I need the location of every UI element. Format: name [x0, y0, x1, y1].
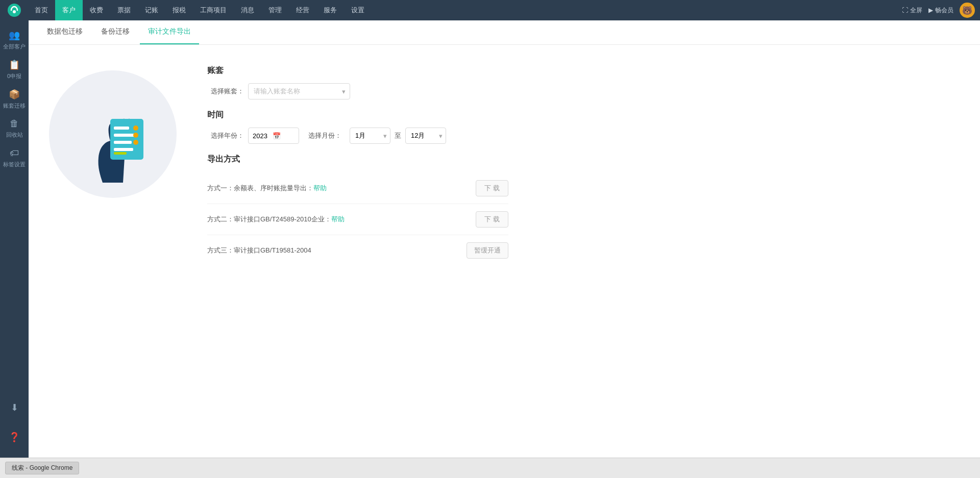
membership-icon: ▶ [928, 7, 933, 14]
method-3-open-button[interactable]: 暂缓开通 [467, 242, 508, 259]
account-section: 账套 选择账套： 请输入账套名称 ▾ [207, 65, 508, 99]
sidebar-item-recycle-label: 回收站 [6, 131, 23, 139]
nav-ticket[interactable]: 票据 [110, 0, 138, 20]
export-method-1: 方式一：余额表、序时账批量导出：帮助 下 载 [207, 173, 508, 204]
sidebar-item-account-migration-label: 账套迁移 [3, 102, 26, 110]
month-end-select[interactable]: 12月 ▾ [405, 128, 446, 144]
nav-customer[interactable]: 客户 [55, 0, 83, 20]
sidebar-item-zero-report-label: 0申报 [7, 72, 21, 80]
method-2-help-link[interactable]: 帮助 [331, 215, 345, 223]
account-select-row: 选择账套： 请输入账套名称 ▾ [207, 83, 508, 99]
account-select-label: 选择账套： [207, 87, 244, 96]
account-section-title: 账套 [207, 65, 508, 76]
method-2-text: 方式二：审计接口GB/T24589-2010企业：帮助 [207, 215, 345, 224]
sidebar-item-all-customers[interactable]: 👥 全部客户 [0, 26, 29, 54]
nav-message[interactable]: 消息 [234, 0, 261, 20]
sidebar-item-tag-settings[interactable]: 🏷 标签设置 [0, 144, 29, 172]
svg-rect-4 [114, 134, 134, 137]
membership-btn[interactable]: ▶ 畅会员 [928, 6, 953, 15]
nav-tax[interactable]: 报税 [165, 0, 193, 20]
svg-point-7 [133, 125, 138, 131]
export-method-3: 方式三：审计接口GB/T19581-2004 暂缓开通 [207, 235, 508, 266]
time-section-title: 时间 [207, 110, 508, 120]
time-section: 时间 选择年份： 2023 📅 选择月份： 1月 [207, 110, 508, 144]
logo[interactable] [5, 1, 23, 19]
method-1-text: 方式一：余额表、序时账批量导出：帮助 [207, 184, 327, 193]
export-method-2: 方式二：审计接口GB/T24589-2010企业：帮助 下 载 [207, 204, 508, 235]
method-1-prefix: 方式一：余额表、序时账批量导出： [207, 184, 313, 192]
month-select-label: 选择月份： [308, 131, 341, 140]
account-select-placeholder: 请输入账套名称 [254, 87, 300, 96]
nav-fee[interactable]: 收费 [83, 0, 110, 20]
svg-point-1 [13, 10, 16, 13]
svg-point-9 [133, 140, 138, 145]
all-customers-icon: 👥 [9, 30, 20, 41]
month-start-select[interactable]: 1月 ▾ [350, 128, 390, 144]
membership-label: 畅会员 [935, 6, 953, 15]
svg-rect-3 [114, 127, 129, 130]
download-icon: ⬇ [11, 402, 18, 413]
sidebar-item-download[interactable]: ⬇ [0, 393, 29, 422]
nav-items: 首页 客户 收费 票据 记账 报税 工商项目 消息 管理 经营 服务 设置 [28, 0, 902, 20]
taskbar-chrome-item[interactable]: 线索 - Google Chrome [5, 462, 79, 474]
nav-service[interactable]: 服务 [316, 0, 344, 20]
tabs-bar: 数据包迁移 备份迁移 审计文件导出 [29, 20, 980, 45]
method-1-download-button[interactable]: 下 载 [476, 180, 508, 196]
content-inner: 账套 选择账套： 请输入账套名称 ▾ 时间 选择年 [49, 60, 508, 266]
svg-rect-6 [114, 148, 133, 151]
month-start-value: 1月 [355, 131, 365, 140]
export-section-title: 导出方式 [207, 154, 508, 165]
taskbar: 线索 - Google Chrome [0, 458, 980, 478]
fullscreen-btn[interactable]: ⛶ 全屏 [902, 6, 922, 15]
svg-rect-10 [114, 152, 127, 155]
nav-operation[interactable]: 经营 [289, 0, 316, 20]
fullscreen-label: 全屏 [910, 6, 922, 15]
top-nav: 首页 客户 收费 票据 记账 报税 工商项目 消息 管理 经营 服务 设置 ⛶ … [0, 0, 980, 20]
year-label: 选择年份： [207, 131, 244, 140]
tab-data-migration[interactable]: 数据包迁移 [39, 20, 91, 44]
method-1-help-link[interactable]: 帮助 [313, 184, 327, 192]
nav-business[interactable]: 工商项目 [193, 0, 234, 20]
sidebar-item-account-migration[interactable]: 📦 账套迁移 [0, 85, 29, 113]
main-layout: 👥 全部客户 📋 0申报 📦 账套迁移 🗑 回收站 🏷 标签设置 ⬇ ❓ [0, 20, 980, 458]
nav-settings[interactable]: 设置 [344, 0, 372, 20]
svg-point-8 [133, 133, 138, 138]
nav-home[interactable]: 首页 [28, 0, 55, 20]
calendar-icon: 📅 [273, 132, 281, 140]
time-controls: 2023 📅 选择月份： 1月 ▾ 至 12月 [248, 128, 446, 144]
month-end-value: 12月 [411, 131, 425, 140]
page-content: 账套 选择账套： 请输入账套名称 ▾ 时间 选择年 [29, 45, 980, 458]
method-3-text: 方式三：审计接口GB/T19581-2004 [207, 246, 311, 255]
method-2-download-button[interactable]: 下 载 [476, 211, 508, 228]
tab-audit-export[interactable]: 审计文件导出 [140, 20, 199, 44]
month-start-arrow-icon: ▾ [383, 132, 387, 140]
zero-report-icon: 📋 [9, 59, 20, 70]
nav-bookkeeping[interactable]: 记账 [138, 0, 165, 20]
account-select-arrow-icon: ▾ [342, 88, 346, 95]
content-area: 数据包迁移 备份迁移 审计文件导出 [29, 20, 980, 458]
year-input[interactable]: 2023 📅 [248, 128, 299, 144]
sidebar-item-zero-report[interactable]: 📋 0申报 [0, 55, 29, 84]
year-value: 2023 [253, 132, 267, 140]
account-select[interactable]: 请输入账套名称 ▾ [248, 83, 350, 99]
sidebar: 👥 全部客户 📋 0申报 📦 账套迁移 🗑 回收站 🏷 标签设置 ⬇ ❓ [0, 20, 29, 458]
fullscreen-icon: ⛶ [902, 7, 908, 14]
method-3-prefix: 方式三：审计接口GB/T19581-2004 [207, 246, 311, 254]
avatar[interactable]: 🐻 [960, 3, 975, 18]
nav-manage[interactable]: 管理 [261, 0, 289, 20]
sidebar-item-help[interactable]: ❓ [0, 423, 29, 451]
help-icon: ❓ [9, 432, 20, 443]
month-end-arrow-icon: ▾ [439, 132, 443, 140]
nav-right: ⛶ 全屏 ▶ 畅会员 🐻 [902, 3, 975, 18]
sidebar-item-all-customers-label: 全部客户 [3, 43, 26, 51]
tab-backup-migration[interactable]: 备份迁移 [93, 20, 138, 44]
sidebar-item-recycle[interactable]: 🗑 回收站 [0, 114, 29, 143]
tag-settings-icon: 🏷 [10, 148, 19, 159]
account-migration-icon: 📦 [9, 89, 20, 100]
time-separator: 至 [395, 131, 401, 140]
method-2-prefix: 方式二：审计接口GB/T24589-2010企业： [207, 215, 331, 223]
sidebar-bottom: ⬇ ❓ [0, 393, 29, 458]
export-section: 导出方式 方式一：余额表、序时账批量导出：帮助 下 载 方式二：审计接口GB/T… [207, 154, 508, 266]
sidebar-item-tag-settings-label: 标签设置 [3, 161, 26, 168]
illustration [49, 70, 177, 198]
